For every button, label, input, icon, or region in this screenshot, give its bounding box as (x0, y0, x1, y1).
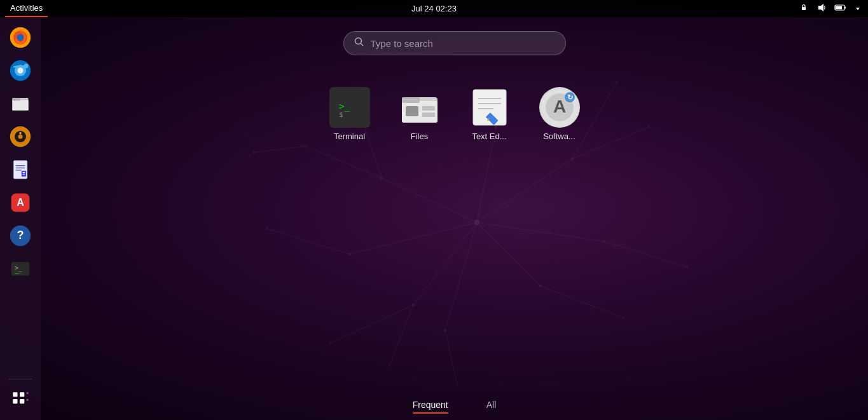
sidebar-divider (9, 379, 32, 379)
svg-rect-76 (13, 399, 17, 403)
datetime-display: Jul 24 02:23 (411, 4, 457, 13)
main-content: >_ $ Terminal Files (41, 17, 868, 420)
sidebar-item-show-apps[interactable] (5, 384, 36, 415)
svg-rect-74 (13, 392, 17, 396)
app-item-software[interactable]: A ↻ Softwa... (531, 87, 588, 141)
text-editor-app-icon (469, 87, 510, 128)
sidebar-item-firefox[interactable] (5, 22, 36, 53)
sidebar-item-writer[interactable] (5, 154, 36, 185)
svg-point-47 (17, 34, 24, 41)
battery-icon[interactable] (832, 3, 849, 15)
svg-rect-87 (402, 97, 420, 103)
svg-rect-43 (844, 7, 846, 9)
svg-point-57 (18, 134, 22, 139)
sidebar-item-files[interactable] (5, 88, 36, 119)
svg-marker-40 (818, 4, 823, 11)
svg-rect-39 (802, 7, 806, 10)
svg-text:$: $ (339, 111, 343, 119)
software-app-label: Softwa... (543, 132, 575, 141)
search-icon (354, 37, 364, 50)
svg-text:>_: >_ (15, 264, 22, 272)
system-menu-arrow[interactable] (853, 4, 863, 14)
network-icon[interactable] (797, 3, 811, 15)
svg-point-58 (19, 132, 22, 135)
svg-point-80 (355, 38, 361, 44)
app-item-terminal[interactable]: >_ $ Terminal (321, 87, 378, 141)
bottom-tabs: Frequent All (413, 400, 497, 414)
files-app-label: Files (411, 132, 428, 141)
tab-all[interactable]: All (486, 400, 497, 414)
svg-rect-89 (422, 106, 435, 111)
svg-text:A: A (553, 97, 565, 116)
tab-frequent[interactable]: Frequent (413, 400, 448, 414)
terminal-app-icon: >_ $ (329, 87, 370, 128)
svg-line-81 (361, 44, 363, 46)
terminal-app-label: Terminal (334, 132, 365, 141)
svg-marker-44 (856, 8, 860, 10)
sidebar-item-rhythmbox[interactable] (5, 121, 36, 152)
svg-rect-53 (12, 100, 28, 111)
search-bar[interactable] (343, 31, 566, 55)
sidebar-item-appstore[interactable]: A (5, 187, 36, 218)
search-container (343, 31, 566, 55)
svg-rect-77 (20, 399, 24, 403)
text-editor-app-label: Text Ed... (472, 132, 506, 141)
svg-text:↻: ↻ (567, 93, 572, 101)
svg-text:?: ? (17, 229, 24, 241)
software-app-icon: A ↻ (539, 87, 580, 128)
topbar-system-icons (797, 3, 863, 15)
svg-rect-64 (22, 171, 26, 177)
sidebar-item-thunderbird[interactable] (5, 55, 36, 86)
activities-button[interactable]: Activities (5, 0, 48, 17)
topbar-datetime: Jul 24 02:23 (411, 4, 457, 13)
sidebar: A ? _ >_ (0, 17, 41, 420)
svg-point-50 (18, 68, 24, 74)
svg-rect-78 (27, 392, 29, 394)
svg-point-51 (24, 64, 28, 68)
sidebar-item-help[interactable]: ? (5, 220, 36, 251)
app-item-text-editor[interactable]: Text Ed... (461, 87, 518, 141)
app-grid: >_ $ Terminal Files (321, 87, 588, 141)
sidebar-item-terminal[interactable]: _ >_ (5, 254, 36, 284)
svg-rect-54 (12, 98, 20, 101)
svg-text:A: A (17, 196, 24, 208)
svg-rect-79 (27, 399, 29, 401)
svg-rect-75 (20, 392, 24, 396)
app-item-files[interactable]: Files (391, 87, 448, 141)
svg-rect-42 (836, 6, 842, 10)
files-app-icon (399, 87, 440, 128)
svg-rect-90 (422, 112, 435, 117)
sound-icon[interactable] (815, 3, 829, 15)
search-input[interactable] (371, 38, 555, 49)
svg-rect-88 (406, 106, 418, 116)
topbar: Activities Jul 24 02:23 (0, 0, 868, 17)
